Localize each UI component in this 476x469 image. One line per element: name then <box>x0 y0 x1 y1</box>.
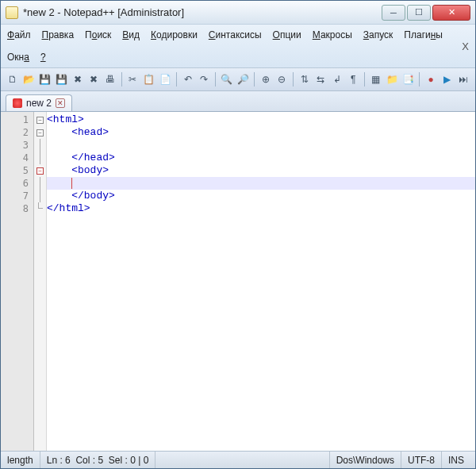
line-number: 4 <box>1 152 33 164</box>
sync-v-icon[interactable]: ⇅ <box>298 71 312 87</box>
caret-icon <box>71 178 72 189</box>
status-mode: INS <box>442 452 475 468</box>
editor: 1 2 3 4 5 6 7 8 − − − <html> <head> </he… <box>1 112 475 451</box>
save-icon[interactable]: 💾 <box>38 71 52 87</box>
menu-view[interactable]: Вид <box>121 28 141 42</box>
line-number-gutter: 1 2 3 4 5 6 7 8 <box>1 112 34 451</box>
record-macro-icon[interactable]: ● <box>424 71 438 87</box>
menubar: Файл Правка Поиск Вид Кодировки Синтакси… <box>1 25 475 68</box>
fold-gutter: − − − <box>34 112 47 451</box>
close-file-icon[interactable]: ✖ <box>71 71 85 87</box>
line-number: 2 <box>1 126 33 139</box>
function-list-icon[interactable]: 📑 <box>401 71 416 87</box>
line-number: 6 <box>1 177 33 190</box>
status-encoding: UTF-8 <box>401 452 442 468</box>
undo-icon[interactable]: ↶ <box>181 71 195 87</box>
code-area[interactable]: <html> <head> </head> <body> </body> </h… <box>47 112 475 451</box>
app-window: *new 2 - Notepad++ [Administrator] ─ ☐ ✕… <box>0 0 476 469</box>
wrap-icon[interactable]: ↲ <box>330 71 344 87</box>
menubar-close-icon[interactable]: X <box>462 40 469 52</box>
status-length: length <box>1 452 40 468</box>
menu-run[interactable]: Запуск <box>362 28 395 42</box>
playback-multi-icon[interactable]: ⏭ <box>456 71 470 87</box>
tab-new2[interactable]: new 2 ✕ <box>6 94 72 111</box>
line-number: 3 <box>1 139 33 152</box>
fold-box-icon[interactable]: − <box>36 129 44 136</box>
tab-close-icon[interactable]: ✕ <box>56 98 65 108</box>
zoom-out-icon[interactable]: ⊖ <box>274 71 289 87</box>
close-all-icon[interactable]: ✖ <box>87 71 102 87</box>
menu-options[interactable]: Опции <box>271 28 303 42</box>
menu-encoding[interactable]: Кодировки <box>149 28 199 42</box>
tab-label: new 2 <box>26 98 52 109</box>
sync-h-icon[interactable]: ⇆ <box>313 71 328 87</box>
find-icon[interactable]: 🔍 <box>220 71 234 87</box>
menu-syntax[interactable]: Синтаксисы <box>207 28 263 42</box>
cut-icon[interactable]: ✂ <box>126 71 140 87</box>
menu-edit[interactable]: Правка <box>40 28 76 42</box>
copy-icon[interactable]: 📋 <box>142 71 156 87</box>
menu-plugins[interactable]: Плагины <box>402 28 444 42</box>
line-number: 5 <box>1 164 33 177</box>
status-position: Ln : 6 Col : 5 Sel : 0 | 0 <box>40 452 156 468</box>
line-number: 1 <box>1 113 33 126</box>
open-file-icon[interactable]: 📂 <box>22 71 36 87</box>
menu-search[interactable]: Поиск <box>83 28 113 42</box>
redo-icon[interactable]: ↷ <box>198 71 212 87</box>
statusbar: length Ln : 6 Col : 5 Sel : 0 | 0 Dos\Wi… <box>1 451 475 468</box>
fold-box-icon[interactable]: − <box>36 167 44 175</box>
replace-icon[interactable]: 🔎 <box>236 71 250 87</box>
save-all-icon[interactable]: 💾 <box>55 71 69 87</box>
tabbar: new 2 ✕ <box>1 91 475 112</box>
line-number: 8 <box>1 202 33 215</box>
zoom-in-icon[interactable]: ⊕ <box>259 71 273 87</box>
status-eol: Dos\Windows <box>330 452 401 468</box>
unsaved-indicator-icon <box>13 98 22 108</box>
new-file-icon[interactable]: 🗋 <box>6 71 20 87</box>
indent-guide-icon[interactable]: ▦ <box>369 71 383 87</box>
app-icon <box>6 6 18 19</box>
maximize-button[interactable]: ☐ <box>407 5 431 21</box>
menu-windows[interactable]: Окна <box>6 50 31 64</box>
print-icon[interactable]: 🖶 <box>103 71 117 87</box>
menu-file[interactable]: Файл <box>6 28 33 42</box>
menu-macros[interactable]: Макросы <box>311 28 354 42</box>
show-all-icon[interactable]: ¶ <box>346 71 360 87</box>
titlebar: *new 2 - Notepad++ [Administrator] ─ ☐ ✕ <box>1 1 475 25</box>
folder-view-icon[interactable]: 📁 <box>385 71 399 87</box>
close-button[interactable]: ✕ <box>432 5 470 21</box>
paste-icon[interactable]: 📄 <box>159 71 173 87</box>
fold-box-icon[interactable]: − <box>36 117 44 124</box>
window-title: *new 2 - Notepad++ [Administrator] <box>23 6 382 18</box>
toolbar: 🗋 📂 💾 💾 ✖ ✖ 🖶 ✂ 📋 📄 ↶ ↷ 🔍 🔎 ⊕ ⊖ ⇅ ⇆ ↲ ¶ … <box>1 68 475 91</box>
menu-help[interactable]: ? <box>39 50 48 64</box>
status-spacer <box>155 452 329 468</box>
play-macro-icon[interactable]: ▶ <box>440 71 455 87</box>
minimize-button[interactable]: ─ <box>382 5 405 21</box>
line-number: 7 <box>1 190 33 202</box>
